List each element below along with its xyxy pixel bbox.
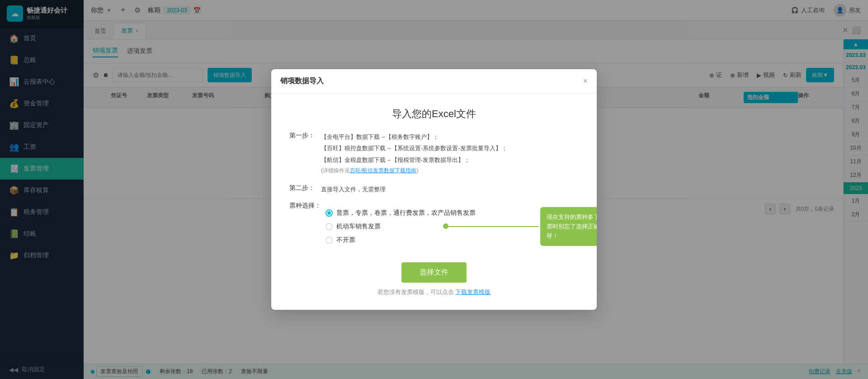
modal-overlay[interactable]: 销项数据导入 × 导入您的Excel文件 第一步： 【全电平台】数据下载→【税务…	[0, 0, 868, 379]
radio-vehicle[interactable]: 机动车销售发票 × 现在支持的票种多了，导入发票时别忘了选择正确的发票类型呀！	[326, 223, 476, 231]
modal-title: 销项数据导入	[280, 76, 324, 86]
radio-checked-icon	[326, 209, 333, 217]
step2-label: 第二步：	[289, 184, 316, 192]
download-template-link[interactable]: 下载发票模版	[455, 289, 491, 295]
radio-unchecked-icon2	[326, 237, 333, 244]
step2-row: 第二步： 直接导入文件，无需整理	[289, 184, 579, 194]
tooltip-line	[448, 226, 539, 227]
radio-normal[interactable]: 普票，专票，卷票，通行费发票，农产品销售发票	[326, 209, 476, 217]
import-modal: 销项数据导入 × 导入您的Excel文件 第一步： 【全电平台】数据下载→【税务…	[271, 69, 597, 310]
tooltip-dot-icon	[443, 223, 448, 229]
ticket-type-row: 票种选择： 普票，专票，卷票，通行费发票，农产品销售发票 机动车销售发票	[289, 202, 579, 251]
modal-body: 导入您的Excel文件 第一步： 【全电平台】数据下载→【税务数字账户】； 【百…	[271, 94, 597, 310]
modal-footer-note: 若您没有发票模版，可以点击 下载发票模版	[289, 288, 579, 296]
step1-row: 第一步： 【全电平台】数据下载→【税务数字账户】； 【百旺】税控盘数据下载→【系…	[289, 132, 579, 177]
step1-label: 第一步：	[289, 132, 316, 140]
select-file-button[interactable]: 选择文件	[401, 262, 467, 283]
tooltip-anchor: × 现在支持的票种多了，导入发票时别忘了选择正确的发票类型呀！	[443, 223, 448, 230]
tooltip-bubble: × 现在支持的票种多了，导入发票时别忘了选择正确的发票类型呀！	[540, 207, 597, 246]
modal-btn-row: 选择文件	[289, 262, 579, 283]
radio-unchecked-icon	[326, 223, 333, 230]
step1-content: 【全电平台】数据下载→【税务数字账户】； 【百旺】税控盘数据下载→【系统设置-系…	[321, 132, 507, 177]
modal-header: 销项数据导入 ×	[271, 69, 597, 94]
ticket-label: 票种选择：	[289, 202, 321, 210]
guide-link[interactable]: 百旺/航信发票数据下载指南	[350, 167, 416, 174]
step2-content: 直接导入文件，无需整理	[321, 184, 386, 194]
radio-group: 普票，专票，卷票，通行费发票，农产品销售发票 机动车销售发票 × 现在	[326, 209, 476, 244]
modal-main-title: 导入您的Excel文件	[289, 107, 579, 121]
modal-close-button[interactable]: ×	[583, 76, 588, 86]
radio-no-invoice[interactable]: 不开票	[326, 236, 476, 244]
